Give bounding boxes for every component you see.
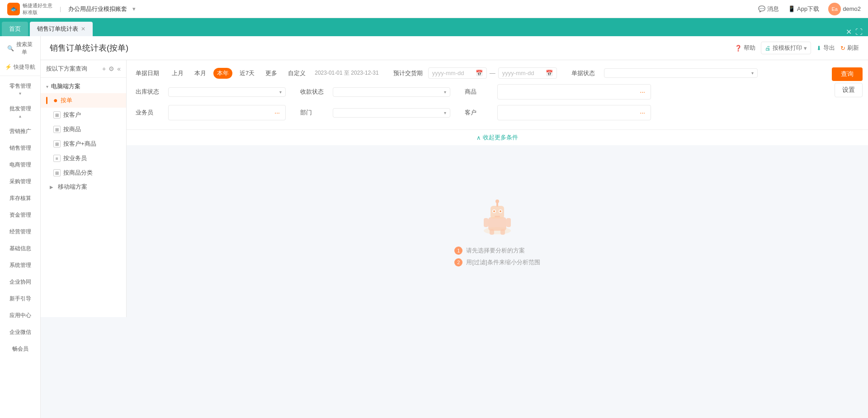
scheme-add-icon[interactable]: +	[102, 65, 106, 72]
scheme-group-desktop-header[interactable]: ▾ 电脑端方案	[41, 80, 126, 93]
this-month-btn[interactable]: 本月	[191, 68, 210, 79]
scheme-item-by-salesperson[interactable]: ≡ 按业务员	[41, 151, 126, 166]
tab-expand-icon[interactable]: ⛶	[855, 28, 863, 36]
tabbar-actions: ✕ ⛶	[846, 28, 868, 36]
salesperson-dots-icon[interactable]: ···	[273, 107, 282, 118]
query-button[interactable]: 查询	[832, 67, 863, 81]
scheme-item-by-cust-prod[interactable]: ⊞ 按客户+商品	[41, 137, 126, 151]
app-title: 办公用品行业模拟账套	[68, 5, 127, 13]
topbar-right: 💬 消息 📱 App下载 Ea demo2	[758, 3, 861, 15]
quick-nav-button[interactable]: ⚡ 快捷导航	[0, 61, 40, 74]
export-icon: ⬇	[816, 45, 821, 52]
sidebar-item-sales[interactable]: 销售管理	[0, 140, 40, 157]
app-dropdown-icon[interactable]: ▾	[132, 5, 136, 12]
user-menu-button[interactable]: Ea demo2	[828, 3, 861, 15]
scheme-group-mobile-header[interactable]: ▶ 移动端方案	[41, 180, 126, 194]
sidebar-item-operations[interactable]: 经营管理	[0, 223, 40, 240]
sidebar-item-retail[interactable]: 零售管理 ▾	[0, 78, 40, 100]
scheme-collapse-icon[interactable]: «	[117, 65, 121, 72]
department-select[interactable]: ▾	[333, 108, 450, 118]
tab-close-icon[interactable]: ✕	[81, 26, 85, 32]
scheme-group-desktop-arrow: ▾	[46, 84, 48, 89]
scheme-item-by-product-category[interactable]: ⊞ 按商品分类	[41, 166, 126, 180]
tab-sales-order-stats[interactable]: 销售订单统计表 ✕	[30, 22, 93, 36]
scheme-edit-icon[interactable]: ⚙	[108, 65, 114, 72]
delivery-status-select[interactable]: ▾	[168, 87, 286, 97]
scheme-item-by-order[interactable]: ● 按单	[41, 93, 126, 108]
calendar-icon-start: 📅	[476, 70, 483, 76]
sidebar-item-marketing[interactable]: 营销推广	[0, 123, 40, 140]
sidebar-item-finance[interactable]: 资金管理	[0, 207, 40, 223]
logo-area: 🐟 畅捷通好生意 标准版	[7, 2, 52, 15]
sidebar-item-inventory[interactable]: 库存核算	[0, 190, 40, 207]
this-year-btn[interactable]: 本年	[213, 68, 232, 79]
sidebar-item-app-center[interactable]: 应用中心	[0, 307, 40, 324]
expected-delivery-input-group: yyyy-mm-dd 📅 — yyyy-mm-dd 📅	[428, 67, 557, 79]
filter-action-area: 单据日期 上月 本月 本年 近7天 更多 自定义 2023-01-01 至 20…	[127, 60, 868, 317]
settings-button[interactable]: 设置	[835, 83, 863, 97]
last-7days-btn[interactable]: 近7天	[236, 68, 258, 79]
department-label: 部门	[300, 109, 327, 117]
scheme-item-by-product[interactable]: ⊞ 按商品	[41, 122, 126, 137]
filter-row-3: 业务员 ··· 部门 ▾ 客户	[136, 105, 823, 120]
scheme-panel-icons: + ⚙ «	[102, 65, 121, 72]
download-icon: 📱	[788, 5, 795, 12]
topbar-left: 🐟 畅捷通好生意 标准版 | 办公用品行业模拟账套 ▾	[7, 2, 136, 15]
svg-rect-10	[484, 218, 488, 227]
page-actions: ❓ 帮助 🖨 按模板打印 ▾ ⬇ 导出 ↻ 刷新	[735, 42, 859, 54]
product-input[interactable]: ···	[497, 84, 651, 100]
sidebar-search-area: 🔍 搜索菜单	[0, 36, 40, 61]
refresh-button[interactable]: ↻ 刷新	[840, 44, 859, 52]
customer-dots-icon[interactable]: ···	[638, 107, 647, 118]
scheme-group-desktop: ▾ 电脑端方案 ● 按单 ⊞ 按客户 ⊞ 按商品	[41, 80, 126, 180]
refresh-icon: ↻	[840, 45, 845, 52]
sidebar-item-wechat[interactable]: 企业微信	[0, 324, 40, 341]
sidebar-item-enterprise[interactable]: 企业协同	[0, 274, 40, 290]
svg-rect-13	[500, 229, 505, 235]
sidebar-item-ecommerce[interactable]: 电商管理	[0, 157, 40, 173]
action-buttons: 查询 设置	[832, 60, 868, 129]
export-button[interactable]: ⬇ 导出	[816, 44, 835, 52]
collapse-icon: ∧	[476, 134, 481, 141]
scheme-item-by-customer[interactable]: ⊞ 按客户	[41, 108, 126, 122]
customer-input[interactable]: ···	[497, 105, 651, 120]
payment-status-select[interactable]: ▾	[333, 87, 450, 97]
scheme-panel-title: 按以下方案查询	[46, 65, 99, 73]
sidebar-item-base[interactable]: 基础信息	[0, 240, 40, 257]
date-range: 上月 本月 本年 近7天 更多 自定义 2023-01-01 至 2023-12…	[168, 68, 379, 79]
svg-rect-12	[490, 229, 494, 235]
logo-icon: 🐟	[7, 3, 20, 15]
message-button[interactable]: 💬 消息	[758, 5, 779, 13]
panel-layout: 按以下方案查询 + ⚙ « ▾ 电脑端方案 ●	[41, 60, 868, 317]
expected-delivery-end[interactable]: yyyy-mm-dd 📅	[498, 67, 557, 79]
print-icon: 🖨	[765, 45, 771, 52]
template-print-button[interactable]: 🖨 按模板打印 ▾	[761, 42, 811, 54]
page-header: 销售订单统计表(按单) ❓ 帮助 🖨 按模板打印 ▾ ⬇ 导出 ↻ 刷新	[41, 36, 868, 60]
help-button[interactable]: ❓ 帮助	[735, 44, 755, 52]
expected-delivery-start[interactable]: yyyy-mm-dd 📅	[428, 67, 487, 79]
filter-panel: 单据日期 上月 本月 本年 近7天 更多 自定义 2023-01-01 至 20…	[127, 60, 832, 129]
collapse-row[interactable]: ∧ 收起更多条件	[127, 129, 868, 145]
custom-btn[interactable]: 自定义	[284, 68, 309, 79]
more-btn[interactable]: 更多	[262, 68, 281, 79]
sidebar-item-guide[interactable]: 新手引导	[0, 290, 40, 307]
filter-action-row: 单据日期 上月 本月 本年 近7天 更多 自定义 2023-01-01 至 20…	[127, 60, 868, 129]
tab-close-all-icon[interactable]: ✕	[846, 28, 852, 36]
last-month-btn[interactable]: 上月	[168, 68, 187, 79]
product-dots-icon[interactable]: ···	[638, 86, 647, 97]
tab-home[interactable]: 首页	[2, 22, 28, 36]
sidebar-divider-1	[0, 76, 40, 76]
svg-point-9	[495, 200, 499, 203]
scheme-list: ▾ 电脑端方案 ● 按单 ⊞ 按客户 ⊞ 按商品	[41, 78, 126, 195]
app-download-button[interactable]: 📱 App下载	[788, 5, 819, 13]
sidebar-search-button[interactable]: 🔍 搜索菜单	[4, 39, 37, 58]
sidebar-item-wholesale[interactable]: 批发管理 ▴	[0, 100, 40, 123]
sidebar-item-member[interactable]: 畅会员	[0, 341, 40, 357]
tab-home-label: 首页	[9, 25, 21, 33]
delivery-status-label: 出库状态	[136, 88, 163, 96]
salesperson-input[interactable]: ···	[168, 105, 286, 120]
scheme-item-salesperson-icon: ≡	[53, 155, 61, 162]
sidebar-item-system[interactable]: 系统管理	[0, 257, 40, 274]
sidebar-item-purchase[interactable]: 采购管理	[0, 173, 40, 190]
bill-status-select[interactable]: ▾	[604, 68, 758, 78]
